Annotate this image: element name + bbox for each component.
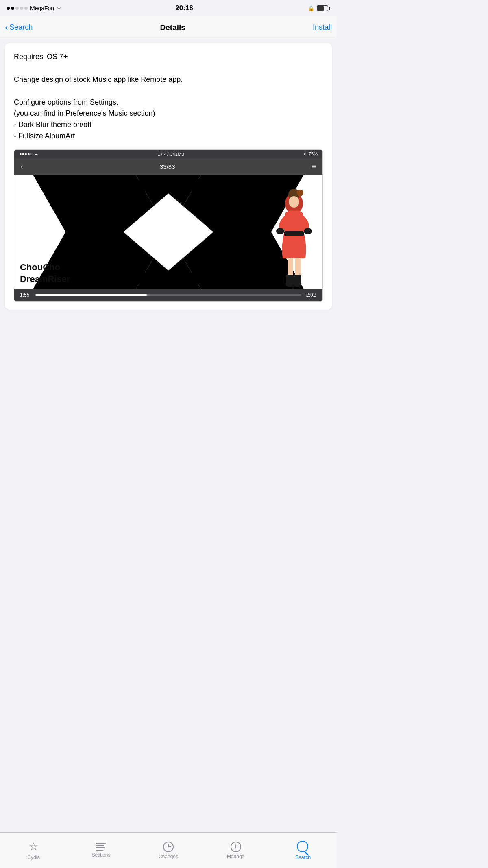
signal-dot-5: [24, 7, 28, 10]
back-chevron-icon: ‹: [5, 22, 8, 33]
svg-rect-16: [292, 285, 294, 289]
progress-fill: [35, 294, 147, 296]
info-circle-icon: i: [231, 842, 241, 852]
description-card: Requires iOS 7+ Change design of stock M…: [5, 43, 332, 310]
description-text: Requires iOS 7+ Change design of stock M…: [14, 51, 323, 142]
mock-back-icon: ‹: [21, 162, 23, 171]
tab-item-cydia[interactable]: ☆ Cydia: [0, 840, 68, 860]
svg-rect-11: [284, 231, 304, 236]
battery-tip: [329, 7, 330, 10]
tab-item-changes[interactable]: Changes: [135, 842, 202, 859]
mock-status-left: ●●●●○ ☁: [19, 151, 38, 157]
svg-point-10: [289, 196, 299, 208]
sections-icon: [96, 843, 106, 851]
status-bar: MegaFon ⌔ 20:18 🔒: [0, 0, 337, 16]
sections-line-3: [96, 847, 105, 848]
tab-label-manage: Manage: [227, 854, 244, 859]
tab-bar: ☆ Cydia Sections Changes i Manage Search: [0, 832, 337, 868]
back-label: Search: [9, 23, 33, 32]
star-icon: ☆: [29, 840, 38, 853]
page-title: Details: [160, 23, 185, 32]
sections-line-1: [96, 843, 106, 844]
album-art: ChouCho DreamRiser: [14, 175, 322, 289]
album-title-overlay: ChouCho DreamRiser: [20, 262, 70, 285]
battery-body: [317, 5, 328, 11]
carrier-name: MegaFon: [30, 5, 54, 11]
mock-nav: ‹ 33/83 ≡: [14, 158, 322, 175]
install-button[interactable]: Install: [313, 23, 332, 32]
mock-player-bar: 1:55 -2:02: [14, 289, 322, 301]
status-right: 🔒: [308, 5, 330, 11]
svg-point-18: [276, 228, 284, 234]
tab-item-sections[interactable]: Sections: [68, 843, 135, 858]
nav-bar: ‹ Search Details Install: [0, 16, 337, 39]
screenshot-mockup: ●●●●○ ☁ 17:47 341MB ⊙ 75% ‹ 33/83 ≡: [14, 149, 323, 302]
signal-dot-4: [20, 7, 23, 10]
person-svg: [266, 183, 322, 289]
clock-icon: [163, 842, 174, 852]
tab-item-manage[interactable]: i Manage: [202, 842, 270, 859]
battery-fill: [317, 6, 324, 11]
tab-label-search: Search: [295, 855, 311, 860]
mock-nav-position: 33/83: [160, 163, 175, 170]
tab-item-search[interactable]: Search: [269, 841, 337, 860]
signal-dots: [7, 7, 28, 10]
search-icon: [297, 841, 308, 852]
svg-point-9: [297, 190, 303, 196]
svg-rect-17: [299, 285, 302, 289]
tab-label-changes: Changes: [159, 854, 178, 859]
progress-bar: [35, 294, 301, 296]
content-area: Requires iOS 7+ Change design of stock M…: [0, 39, 337, 359]
back-button[interactable]: ‹ Search: [5, 22, 33, 33]
sections-line-4: [96, 850, 103, 851]
signal-dot-3: [15, 7, 19, 10]
sections-line-2: [96, 845, 104, 846]
signal-dot-1: [7, 7, 10, 10]
mock-menu-icon: ≡: [312, 162, 316, 171]
bottom-spacer: [5, 314, 332, 354]
mock-status-center: 17:47 341MB: [158, 152, 184, 157]
signal-dot-2: [11, 7, 14, 10]
battery: [317, 5, 330, 11]
mock-status-bar: ●●●●○ ☁ 17:47 341MB ⊙ 75%: [14, 150, 322, 158]
player-time-start: 1:55: [20, 292, 32, 298]
lock-icon: 🔒: [308, 5, 314, 11]
status-time: 20:18: [175, 4, 193, 12]
album-title-text: ChouCho DreamRiser: [20, 262, 70, 284]
tab-label-sections: Sections: [92, 852, 110, 858]
svg-point-19: [304, 228, 312, 234]
status-left: MegaFon ⌔: [7, 5, 61, 11]
tab-label-cydia: Cydia: [27, 855, 40, 860]
player-time-end: -2:02: [305, 292, 317, 298]
wifi-icon: ⌔: [57, 5, 61, 11]
search-icon-wrapper: [297, 841, 309, 853]
person-figure: [266, 183, 322, 289]
mock-status-right: ⊙ 75%: [304, 151, 318, 157]
